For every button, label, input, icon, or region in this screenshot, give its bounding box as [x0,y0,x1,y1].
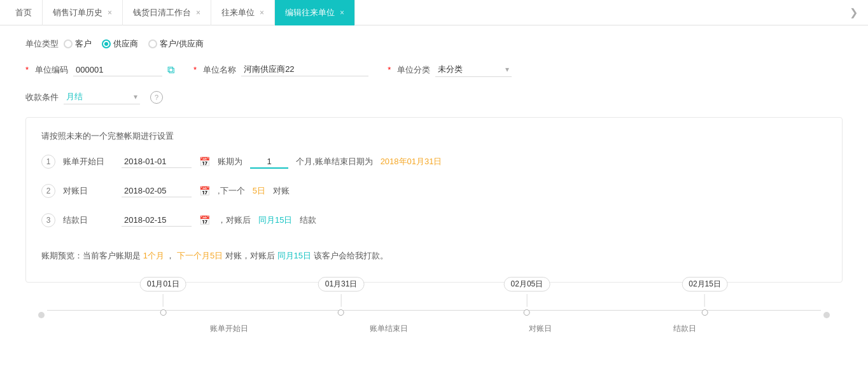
payment-terms-value: 月结 [66,91,130,102]
unit-name-label: 单位名称 [203,64,236,76]
step-3-suffix: 结款 [300,215,316,226]
step-3-date-input[interactable] [122,214,192,227]
step-1-mid-text: 账期为 [218,156,242,167]
timeline-date-2: 01月31日 [318,277,365,292]
step-3-label: 结款日 [63,215,114,226]
radio-label-customer: 客户 [75,38,92,50]
step-3-num: 3 [41,213,55,227]
step-1-num: 1 [41,155,55,169]
tab-close-cashflow[interactable]: × [196,8,200,17]
radio-both[interactable]: 客户/供应商 [148,38,204,50]
step-2-calendar-icon[interactable]: 📅 [199,186,210,196]
step-3-day-highlight: 同月15日 [258,215,292,226]
radio-circle-supplier [102,39,111,48]
radio-supplier[interactable]: 供应商 [102,38,138,50]
timeline-point-3: 02月05日 [504,277,550,316]
step-2-suffix: 对账 [273,185,290,197]
timeline-line: 01月01日 01月31日 02月05日 02月15日 [47,310,821,311]
timeline-full-row: 01月01日 01月31日 02月05日 02月15日 [38,302,830,318]
tab-sales-history[interactable]: 销售订单历史 × [43,0,123,25]
tab-edit-contact[interactable]: 编辑往来单位 × [275,0,355,25]
timeline-sublabel-3: 对账日 [529,323,552,334]
step-1-period-input[interactable] [250,155,288,169]
help-icon[interactable]: ? [150,91,163,104]
step-2-prefix: ,下一个 [218,185,245,197]
timeline-dot-3 [524,309,530,316]
preview-mid2: 对账，对账后 [225,251,275,260]
step-3-row: 3 结款日 📅 ，对账后 同月15日 结款 [41,213,827,227]
radio-circle-customer [64,39,73,48]
tab-close-contacts[interactable]: × [260,8,264,17]
timeline-connector-3 [526,294,527,307]
card-title: 请按照未来的一个完整帐期进行设置 [41,130,827,142]
tab-expand-icon[interactable]: ❯ [844,6,863,18]
unit-category-value: 未分类 [438,64,501,75]
copy-icon[interactable]: ⧉ [167,64,174,76]
unit-code-field: * 单位编码 ⧉ [25,64,174,76]
tab-bar: 首页 销售订单历史 × 钱货日清工作台 × 往来单位 × 编辑往来单位 × ❯ [0,0,868,25]
chevron-down-icon: ▾ [505,65,509,74]
radio-circle-both [148,39,157,48]
payment-terms-row: 收款条件 月结 ▾ ? [25,90,843,104]
step-2-num: 2 [41,184,55,198]
step-2-day-highlight: 5日 [253,185,265,197]
step-2-label: 对账日 [63,185,114,197]
tab-cashflow[interactable]: 钱货日清工作台 × [123,0,211,25]
unit-info-row: * 单位编码 ⧉ * 单位名称 * 单位分类 未分类 ▾ [25,62,843,77]
step-1-date-input[interactable] [122,155,192,168]
unit-name-field: * 单位名称 [193,64,368,76]
step-1-row: 1 账单开始日 📅 账期为 个月,账单结束日期为 2018年01月31日 [41,155,827,169]
step-2-row: 2 对账日 📅 ,下一个 5日 对账 [41,184,827,198]
preview-part1: 1个月 [143,251,164,260]
timeline-dot-1 [160,309,166,316]
step-1-period-unit: 个月,账单结束日期为 [296,156,373,167]
timeline-wrapper: 01月01日 01月31日 02月05日 02月15日 [25,289,843,334]
main-content: 单位类型 客户 供应商 客户/供应商 * 单位编码 [0,25,868,387]
unit-type-field: 单位类型 客户 供应商 客户/供应商 [25,38,204,50]
preview-part2: 下一个月5日 [177,251,223,260]
timeline-date-1: 01月01日 [140,277,186,292]
step-2-date-input[interactable] [122,185,192,197]
timeline-sublabel-1: 账单开始日 [210,323,248,334]
preview-row: 账期预览：当前客户账期是 1个月 ， 下一个月5日 对账，对账后 同月15日 该… [41,243,827,269]
timeline-connector-4 [704,294,705,307]
unit-category-field: * 单位分类 未分类 ▾ [388,62,512,77]
tab-close-edit-contact[interactable]: × [340,8,344,17]
radio-group-unit-type: 客户 供应商 客户/供应商 [64,38,204,50]
radio-label-both: 客户/供应商 [160,38,204,50]
timeline-dot-4 [702,309,708,316]
chevron-down-payment-icon: ▾ [134,92,137,101]
step-1-end-date: 2018年01月31日 [381,156,442,167]
tab-home[interactable]: 首页 [5,0,43,25]
timeline-point-4: 02月15日 [682,277,728,316]
step-3-prefix: ，对账后 [218,215,251,226]
required-star-name: * [193,65,197,74]
required-star-category: * [388,65,391,74]
timeline-point-2: 01月31日 [318,277,365,316]
radio-label-supplier: 供应商 [113,38,138,50]
preview-part3: 同月15日 [277,251,311,260]
required-star-code: * [25,65,29,74]
timeline-date-3: 02月05日 [504,277,550,292]
preview-mid: ， [166,251,174,260]
unit-category-select[interactable]: 未分类 ▾ [435,62,512,77]
unit-code-input[interactable] [73,64,162,76]
timeline-sublabels: 账单开始日 账单结束日 对账日 结款日 [38,323,830,334]
timeline-sublabel-4: 结款日 [673,323,696,334]
tab-contacts[interactable]: 往来单位 × [211,0,275,25]
unit-code-label: 单位编码 [35,64,68,76]
payment-terms-field: 收款条件 月结 ▾ ? [25,90,163,104]
step-3-calendar-icon[interactable]: 📅 [199,215,210,225]
radio-customer[interactable]: 客户 [64,38,92,50]
payment-terms-select[interactable]: 月结 ▾ [64,90,140,104]
unit-name-input[interactable] [241,64,368,76]
unit-category-label: 单位分类 [397,64,430,76]
step-1-calendar-icon[interactable]: 📅 [199,157,210,167]
unit-type-label: 单位类型 [25,38,59,50]
timeline-connector-1 [163,294,164,307]
timeline-right-dot [823,312,830,318]
timeline-left-dot [38,312,45,318]
tab-close-sales-history[interactable]: × [108,8,112,17]
timeline-connector-2 [341,294,342,307]
timeline-date-4: 02月15日 [682,277,728,292]
